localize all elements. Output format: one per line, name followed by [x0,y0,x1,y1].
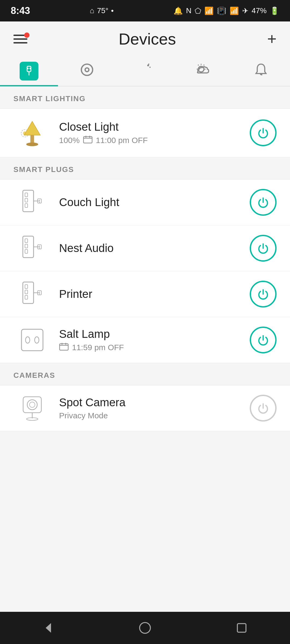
spot-camera-info: Spot Camera Privacy Mode [51,396,250,420]
closet-light-sub: 100% 11:00 pm OFF [59,136,242,145]
tab-night-mode[interactable] [116,56,174,86]
nav-bar [0,612,290,644]
tab-bar [0,56,290,86]
printer-icon-wrap [13,279,51,309]
tab-alerts[interactable] [232,56,290,86]
page-title: Devices [119,30,176,48]
device-item-couch-light[interactable]: Couch Light [0,180,290,225]
spot-camera-sub: Privacy Mode [59,411,242,420]
svg-rect-40 [23,282,34,303]
vibrate-icon: 📳 [217,6,226,15]
svg-rect-25 [25,193,28,197]
svg-rect-27 [25,204,28,207]
couch-light-info: Couch Light [51,196,250,209]
svg-rect-55 [23,397,41,413]
status-bar: 8:43 ⌂ 75° • 🔔 N ⬠ 📶 📳 📶 ✈ 47% 🔋 [0,0,290,21]
status-time: 8:43 [11,5,30,16]
svg-rect-35 [25,250,28,253]
device-item-salt-lamp[interactable]: Salt Lamp 11:59 pm OFF [0,317,290,363]
schedule-icon [83,136,93,145]
svg-rect-26 [25,198,28,202]
spot-camera-power-button[interactable] [250,395,277,422]
svg-point-4 [81,64,93,75]
wifi-icon: 📶 [230,6,239,15]
couch-light-power-button[interactable] [250,189,277,216]
salt-lamp-info: Salt Lamp 11:59 pm OFF [51,328,250,353]
couch-light-name: Couch Light [59,196,242,209]
smart-plugs-list: Couch Light [0,180,290,363]
add-device-button[interactable]: + [267,31,277,47]
svg-line-11 [204,65,204,65]
svg-point-2 [27,68,29,69]
closet-light-percent: 100% [59,136,80,145]
menu-button[interactable] [13,35,27,43]
svg-point-47 [39,293,40,294]
home-button[interactable] [134,617,156,639]
svg-point-56 [27,400,37,410]
battery-display: 47% [252,6,267,15]
svg-point-8 [148,63,150,65]
svg-rect-34 [25,244,28,248]
nest-audio-icon-wrap [13,233,51,263]
svg-point-61 [140,623,150,633]
svg-rect-42 [25,290,28,294]
svg-point-3 [30,68,31,69]
svg-point-7 [149,67,151,68]
svg-point-49 [26,337,30,343]
device-item-nest-audio[interactable]: Nest Audio [0,225,290,271]
svg-point-39 [39,247,40,248]
power-strip-icon [17,188,47,217]
home-status-icon: ⌂ [90,6,94,15]
svg-rect-33 [25,239,28,243]
recent-apps-button[interactable] [231,617,252,639]
temp-display: 75° [97,6,108,15]
svg-point-31 [39,202,40,203]
smart-lighting-list: Closet Light 100% 11:00 pm OFF [0,109,290,157]
salt-lamp-power-button[interactable] [250,327,277,353]
closet-light-info: Closet Light 100% 11:00 pm OFF [51,120,250,145]
section-cameras-header: CAMERAS [0,363,290,385]
schedule-icon-2 [59,343,69,353]
spot-camera-name: Spot Camera [59,396,242,409]
moon-tab-icon [137,62,153,80]
nest-audio-power-button[interactable] [250,235,277,262]
alarm-icon: 🔔 [173,6,183,15]
section-smart-plugs-header: SMART PLUGS [0,157,290,180]
svg-marker-60 [46,623,51,633]
status-icons: 🔔 N ⬠ 📶 📳 📶 ✈ 47% 🔋 [173,6,279,15]
svg-line-12 [198,65,198,65]
svg-rect-20 [84,137,92,143]
closet-light-power-button[interactable] [250,119,277,146]
printer-power-button[interactable] [250,281,277,308]
tab-plug[interactable] [0,56,58,86]
tab-weather[interactable] [174,56,232,86]
couch-light-icon-wrap [13,188,51,217]
spot-camera-icon [17,393,47,423]
signal-icon: ✈ [242,6,248,15]
device-item-spot-camera[interactable]: Spot Camera Privacy Mode [0,385,290,431]
lte-icon: 📶 [204,6,214,15]
wall-socket-icon [17,325,47,355]
svg-point-46 [39,292,40,293]
svg-point-57 [30,402,35,407]
device-item-closet-light[interactable]: Closet Light 100% 11:00 pm OFF [0,109,290,157]
svg-point-5 [85,68,89,72]
back-button[interactable] [38,617,59,639]
svg-rect-48 [21,329,43,351]
svg-point-50 [35,337,39,343]
svg-marker-17 [24,121,40,135]
tab-camera[interactable] [58,56,116,86]
device-item-printer[interactable]: Printer [0,271,290,317]
app-bar: Devices + [0,21,290,56]
svg-point-38 [39,246,40,247]
printer-info: Printer [51,288,250,301]
svg-rect-62 [237,624,246,632]
spot-camera-icon-wrap [13,393,51,423]
svg-rect-24 [23,190,34,212]
printer-name: Printer [59,288,242,301]
salt-lamp-name: Salt Lamp [59,328,242,341]
svg-point-19 [26,142,38,146]
salt-lamp-schedule: 11:59 pm OFF [72,343,124,352]
dot-indicator: • [111,6,114,15]
notification-dot [24,32,30,38]
